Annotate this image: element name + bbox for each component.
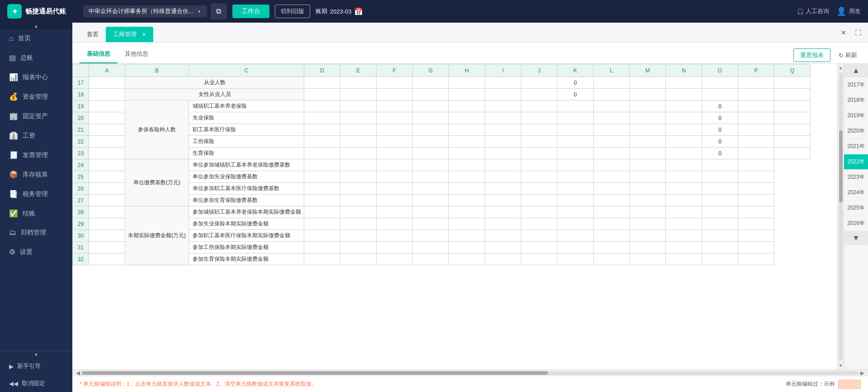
cell-23-c[interactable]: 生育保险 xyxy=(189,148,304,159)
cell-18-o[interactable] xyxy=(702,89,738,100)
tab-industrial[interactable]: 工商管理 ✕ xyxy=(106,27,153,42)
tab-home[interactable]: 首页 xyxy=(80,27,106,42)
cell-31-c[interactable]: 参加工伤保险本期实际缴费金额 xyxy=(189,242,304,253)
cell-17-a[interactable] xyxy=(89,77,125,89)
sidebar-item-closing[interactable]: ✅ 结账 xyxy=(0,204,72,223)
cell-19-k[interactable] xyxy=(557,100,594,112)
cell-17-l[interactable] xyxy=(594,77,630,89)
year-item-2017[interactable]: 2017年 xyxy=(844,77,868,93)
cell-17-p[interactable] xyxy=(738,77,774,89)
col-header-g[interactable]: G xyxy=(413,64,449,77)
cell-18-g[interactable] xyxy=(413,89,449,100)
cell-18-j[interactable] xyxy=(521,89,557,100)
sidebar-scroll-up[interactable]: ▲ xyxy=(0,23,72,29)
sidebar-item-settings[interactable]: ⚙ 设置 xyxy=(0,242,72,262)
col-header-o[interactable]: O xyxy=(702,64,738,77)
old-version-button[interactable]: 切到旧版 xyxy=(275,5,310,18)
cell-20-o[interactable]: 0 xyxy=(702,112,738,124)
bottom-scrollbar[interactable]: ◀ ▶ xyxy=(72,369,868,376)
cell-17-q[interactable] xyxy=(774,77,811,89)
cell-18-f[interactable] xyxy=(377,89,413,100)
col-header-q[interactable]: Q xyxy=(774,64,811,77)
maximize-window-button[interactable]: ⛶ xyxy=(852,26,864,39)
cell-18-q[interactable] xyxy=(774,89,811,100)
cell-19-e[interactable] xyxy=(340,100,377,112)
cell-17-m[interactable] xyxy=(630,77,666,89)
cell-19-f[interactable] xyxy=(377,100,413,112)
cell-18-k[interactable]: 0 xyxy=(557,89,594,100)
year-item-2020[interactable]: 2020年 xyxy=(844,124,868,139)
cell-17-i[interactable] xyxy=(485,77,521,89)
cell-32-c[interactable]: 参加生育保险本期实际缴费金额 xyxy=(189,253,304,265)
cell-18-a[interactable] xyxy=(89,89,125,100)
cell-18-i[interactable] xyxy=(485,89,521,100)
col-header-d[interactable]: D xyxy=(304,64,340,77)
cell-21-o[interactable]: 0 xyxy=(702,124,738,136)
sidebar-item-tax[interactable]: 📑 税务管理 xyxy=(0,184,72,204)
cell-17-o[interactable] xyxy=(702,77,738,89)
tab-close-icon[interactable]: ✕ xyxy=(142,32,146,37)
scroll-left-arrow[interactable]: ◀ xyxy=(74,370,82,376)
col-header-j[interactable]: J xyxy=(521,64,557,77)
col-header-k[interactable]: K xyxy=(557,64,594,77)
refresh-button[interactable]: ↻ 刷新 xyxy=(835,49,861,62)
sub-tab-basic[interactable]: 基础信息 xyxy=(80,47,118,63)
sidebar-item-assets[interactable]: 🏢 固定资产 xyxy=(0,106,72,126)
col-header-c[interactable]: C xyxy=(189,64,304,77)
workbench-button[interactable]: 工作台 xyxy=(232,5,269,18)
vertical-scrollbar[interactable]: ▲ ▼ xyxy=(837,64,844,369)
company-selector[interactable]: 中审众环会计师事务所（特殊普通合伙... ▼ xyxy=(83,5,207,17)
col-header-l[interactable]: L xyxy=(594,64,630,77)
year-item-2026[interactable]: 2026年 xyxy=(844,216,868,231)
cell-19-o[interactable]: 0 xyxy=(702,100,738,112)
scrollbar-track[interactable] xyxy=(82,371,859,375)
cell-19-h[interactable] xyxy=(449,100,485,112)
year-item-2018[interactable]: 2018年 xyxy=(844,93,868,108)
cell-19-d[interactable] xyxy=(304,100,340,112)
cell-20-a[interactable] xyxy=(89,112,125,124)
col-header-p[interactable]: P xyxy=(738,64,774,77)
close-window-button[interactable]: ✕ xyxy=(837,26,850,39)
sidebar-item-inventory[interactable]: 📦 库存核算 xyxy=(0,165,72,184)
cell-19-a[interactable] xyxy=(89,100,125,112)
cell-24-c[interactable]: 单位参加城镇职工基本养老保险缴费基数 xyxy=(189,159,304,171)
cell-26-c[interactable]: 单位参加职工基本医疗保险缴费基数 xyxy=(189,183,304,195)
col-header-a[interactable]: A xyxy=(89,64,125,77)
sidebar-item-home[interactable]: ⌂ 首页 xyxy=(0,29,72,48)
cell-18-d[interactable] xyxy=(304,89,340,100)
scroll-up-arrow[interactable]: ▲ xyxy=(839,64,843,72)
year-item-2022[interactable]: 2022年 xyxy=(844,154,868,170)
cell-22-c[interactable]: 工伤保险 xyxy=(189,136,304,148)
col-header-m[interactable]: M xyxy=(630,64,666,77)
col-header-h[interactable]: H xyxy=(449,64,485,77)
sidebar-item-unpin[interactable]: ◀◀ 取消固定 xyxy=(0,375,72,392)
cell-19-j[interactable] xyxy=(521,100,557,112)
sidebar-item-ledger[interactable]: ▤ 总账 xyxy=(0,48,72,67)
cell-22-o[interactable]: 0 xyxy=(702,136,738,148)
cell-19-i[interactable] xyxy=(485,100,521,112)
service-button[interactable]: 🎧 人工咨询 xyxy=(797,7,829,15)
cell-18-e[interactable] xyxy=(340,89,377,100)
cell-19-g[interactable] xyxy=(413,100,449,112)
year-item-2023[interactable]: 2023年 xyxy=(844,170,868,185)
col-header-b[interactable]: B xyxy=(125,64,189,77)
cell-30-c[interactable]: 参加职工基本医疗保险本期实际缴费金额 xyxy=(189,230,304,242)
cell-18-b[interactable]: 女性从业人员 xyxy=(125,89,304,100)
cell-21-c[interactable]: 职工基本医疗保险 xyxy=(189,124,304,136)
cell-18-l[interactable] xyxy=(594,89,630,100)
cell-29-c[interactable]: 参加失业保险本期实际缴费金额 xyxy=(189,218,304,230)
calendar-icon[interactable]: 📅 xyxy=(354,7,363,16)
col-header-f[interactable]: F xyxy=(377,64,413,77)
cell-18-p[interactable] xyxy=(738,89,774,100)
cell-19-n[interactable] xyxy=(666,100,702,112)
cell-18-m[interactable] xyxy=(630,89,666,100)
cell-17-n[interactable] xyxy=(666,77,702,89)
cell-19-q[interactable] xyxy=(774,100,811,112)
cell-17-d[interactable] xyxy=(304,77,340,89)
scroll-down-arrow[interactable]: ▼ xyxy=(839,362,843,369)
year-panel-up[interactable]: ▲ xyxy=(844,64,868,77)
year-item-2021[interactable]: 2021年 xyxy=(844,139,868,154)
scroll-right-arrow[interactable]: ▶ xyxy=(859,370,866,376)
cell-19-c[interactable]: 城镇职工基本养老保险 xyxy=(189,100,304,112)
cell-18-n[interactable] xyxy=(666,89,702,100)
